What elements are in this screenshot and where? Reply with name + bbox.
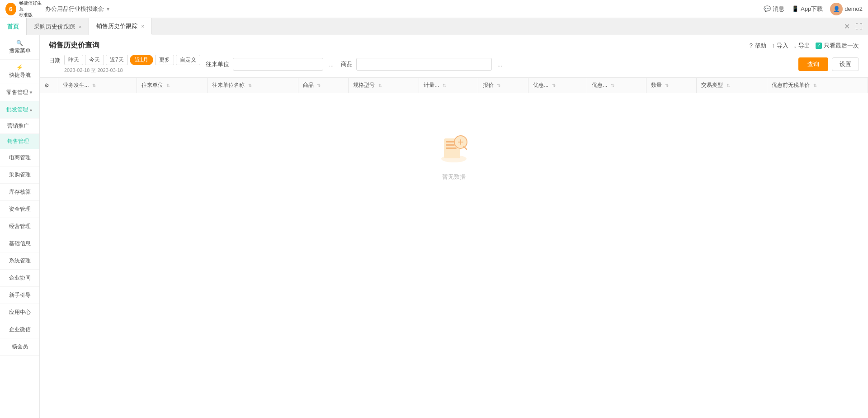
page-title: 销售历史价查询 <box>49 41 99 50</box>
date-btn-7days[interactable]: 近7天 <box>106 55 128 65</box>
col-counterpart-name[interactable]: 往来单位名称 ⇅ <box>208 78 298 93</box>
tab-close-purchase[interactable]: × <box>79 24 81 29</box>
close-window-icon[interactable]: ✕ <box>844 22 850 31</box>
sidebar-item-finance[interactable]: 资金管理 <box>0 201 39 218</box>
sidebar-item-inventory[interactable]: 库存核算 <box>0 184 39 201</box>
sidebar-item-ecommerce[interactable]: 电商管理 <box>0 149 39 166</box>
date-btn-1month[interactable]: 近1月 <box>130 55 154 65</box>
settings-button[interactable]: 设置 <box>832 57 859 71</box>
fullscreen-icon[interactable]: ⛶ <box>855 23 863 31</box>
page-title-row: 销售历史价查询 ? 帮助 ↑ 导入 ↓ 导出 ✓ <box>49 41 859 50</box>
date-btn-more[interactable]: 更多 <box>155 55 174 65</box>
tab-bar: 首页 采购历史价跟踪 × 销售历史价跟踪 × ✕ ⛶ <box>0 18 868 35</box>
sidebar-item-sales-mgmt[interactable]: 销售管理 <box>0 134 39 149</box>
phone-icon: 📱 <box>792 5 799 12</box>
date-btn-custom[interactable]: 自定义 <box>176 55 200 65</box>
sidebar-item-member[interactable]: 畅会员 <box>0 338 39 356</box>
sidebar-item-retail[interactable]: 零售管理 ▼ <box>0 84 39 101</box>
col-pre-tax-price[interactable]: 优惠前无税单价 ⇅ <box>767 78 868 93</box>
logo-icon: 6 <box>5 3 16 15</box>
sidebar-item-basic-info[interactable]: 基础信息 <box>0 235 39 252</box>
sidebar-item-operations[interactable]: 经营管理 <box>0 218 39 235</box>
col-discount1[interactable]: 优惠... ⇅ <box>528 78 587 93</box>
sidebar-item-enterprise[interactable]: 企业协同 <box>0 270 39 287</box>
sidebar-item-marketing[interactable]: 营销推广 <box>0 119 39 134</box>
goods-input[interactable] <box>356 58 492 71</box>
chevron-up-icon: ▲ <box>29 107 33 112</box>
only-last-checkbox-label[interactable]: ✓ 只看最后一次 <box>816 42 859 50</box>
filter-row: 日期 昨天 今天 近7天 近1月 更多 自定义 2023-02-18 至 202… <box>49 55 859 74</box>
import-action[interactable]: ↑ 导入 <box>772 42 788 50</box>
table-container: ⚙ 业务发生... ⇅ 往来单位 ⇅ 往来单位名称 ⇅ <box>40 78 868 418</box>
app-download-action[interactable]: 📱 App下载 <box>792 5 823 13</box>
col-unit[interactable]: 计量... ⇅ <box>419 78 478 93</box>
tab-home[interactable]: 首页 <box>0 18 27 35</box>
date-filter-group: 日期 昨天 今天 近7天 近1月 更多 自定义 2023-02-18 至 202… <box>49 55 200 74</box>
col-biz-date[interactable]: 业务发生... ⇅ <box>58 78 137 93</box>
counterpart-input[interactable] <box>233 58 323 71</box>
goods-label: 商品 <box>341 60 353 68</box>
sidebar-item-system[interactable]: 系统管理 <box>0 252 39 270</box>
dropdown-arrow-icon[interactable]: ▾ <box>107 6 109 12</box>
sort-icon-spec: ⇅ <box>378 83 382 88</box>
col-goods[interactable]: 商品 ⇅ <box>298 78 349 93</box>
nav-icon: ⚡ <box>16 64 23 71</box>
sidebar-item-wholesale[interactable]: 批发管理 ▲ <box>0 101 39 119</box>
avatar: 👤 <box>830 3 843 15</box>
top-bar-actions: 💬 消息 📱 App下载 👤 demo2 <box>764 3 863 15</box>
col-trade-type[interactable]: 交易类型 ⇅ <box>697 78 767 93</box>
sidebar-item-apps[interactable]: 应用中心 <box>0 304 39 321</box>
sidebar-item-quick-nav[interactable]: ⚡ 快捷导航 <box>0 60 39 84</box>
top-bar: 6 畅捷信好生意 标准版 办公用品行业模拟账套 ▾ 💬 消息 📱 App下载 👤… <box>0 0 868 18</box>
counterpart-label: 往来单位 <box>206 60 229 68</box>
tab-close-sales[interactable]: × <box>141 24 144 29</box>
data-table: ⚙ 业务发生... ⇅ 往来单位 ⇅ 往来单位名称 ⇅ <box>40 78 868 93</box>
col-gear[interactable]: ⚙ <box>40 78 58 93</box>
export-action[interactable]: ↓ 导出 <box>794 42 811 50</box>
query-button[interactable]: 查询 <box>798 57 828 71</box>
sort-icon-qty: ⇅ <box>665 83 669 88</box>
sort-icon-goods: ⇅ <box>317 83 321 88</box>
message-action[interactable]: 💬 消息 <box>764 5 784 13</box>
col-spec[interactable]: 规格型号 ⇅ <box>349 78 419 93</box>
sidebar: 🔍 搜索菜单 ⚡ 快捷导航 零售管理 ▼ 批发管理 ▲ 营销推广 销售管理 电商… <box>0 35 40 418</box>
sidebar-item-purchase[interactable]: 采购管理 <box>0 166 39 184</box>
col-qty[interactable]: 数量 ⇅ <box>646 78 697 93</box>
help-icon: ? <box>750 42 753 49</box>
tab-sales-history[interactable]: 销售历史价跟踪 × <box>89 18 151 35</box>
sidebar-item-search[interactable]: 🔍 搜索菜单 <box>0 35 39 60</box>
date-btn-today[interactable]: 今天 <box>85 55 104 65</box>
col-counterpart-code[interactable]: 往来单位 ⇅ <box>137 78 208 93</box>
empty-text: 暂无数据 <box>442 173 466 181</box>
goods-select-icon[interactable]: ... <box>495 61 504 68</box>
export-icon: ↓ <box>794 42 797 49</box>
sidebar-item-wechat[interactable]: 企业微信 <box>0 321 39 338</box>
content-area: 销售历史价查询 ? 帮助 ↑ 导入 ↓ 导出 ✓ <box>40 35 868 418</box>
help-action[interactable]: ? 帮助 <box>750 42 766 50</box>
tab-bar-actions: ✕ ⛶ <box>839 18 868 35</box>
svg-rect-4 <box>446 147 457 149</box>
app-title: 办公用品行业模拟账套 ▾ <box>45 5 760 13</box>
tab-purchase-history[interactable]: 采购历史价跟踪 × <box>27 18 89 35</box>
date-options: 昨天 今天 近7天 近1月 更多 自定义 2023-02-18 至 2023-0… <box>64 55 200 74</box>
empty-icon <box>436 129 472 166</box>
page-header: 销售历史价查询 ? 帮助 ↑ 导入 ↓ 导出 ✓ <box>40 35 868 78</box>
col-discount2[interactable]: 优惠... ⇅ <box>587 78 646 93</box>
counterpart-filter-group: 往来单位 ... <box>206 58 335 71</box>
date-btn-yesterday[interactable]: 昨天 <box>64 55 83 65</box>
col-quote[interactable]: 报价 ⇅ <box>478 78 528 93</box>
user-action[interactable]: 👤 demo2 <box>830 3 863 15</box>
sort-icon-discount2: ⇅ <box>611 83 614 88</box>
sort-icon-quote: ⇅ <box>497 83 500 88</box>
page-actions: ? 帮助 ↑ 导入 ↓ 导出 ✓ 只看最后一次 <box>750 42 859 50</box>
sort-icon-trade-type: ⇅ <box>726 83 730 88</box>
message-icon: 💬 <box>764 5 771 12</box>
sort-icon-biz-date: ⇅ <box>92 83 96 88</box>
counterpart-select-icon[interactable]: ... <box>327 61 335 68</box>
sort-icon-counterpart-code: ⇅ <box>166 83 170 88</box>
empty-state: 暂无数据 <box>40 93 868 217</box>
chevron-down-icon: ▼ <box>29 90 33 95</box>
svg-rect-3 <box>446 144 455 146</box>
avatar-icon: 👤 <box>833 6 840 12</box>
sidebar-item-guide[interactable]: 新手引导 <box>0 287 39 304</box>
